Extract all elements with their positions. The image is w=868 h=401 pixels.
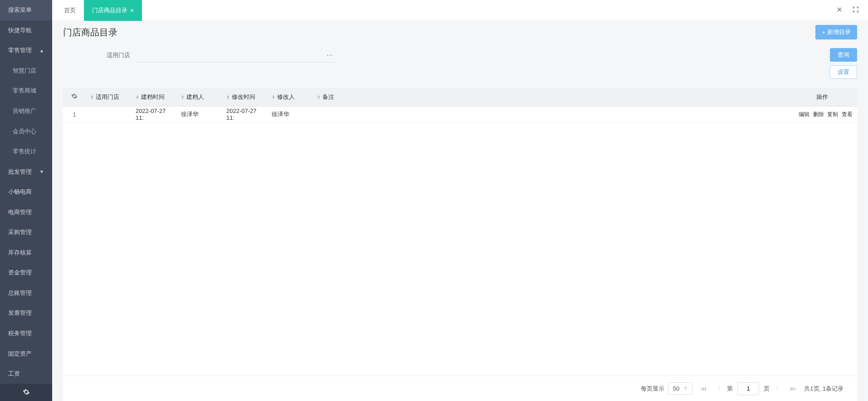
sidebar-item-ledger[interactable]: 总账管理 [0, 283, 52, 303]
page-suffix: 页 [764, 385, 770, 393]
view-link[interactable]: 查看 [842, 111, 853, 117]
row-number: 1 [63, 106, 86, 122]
sidebar-item-marketing[interactable]: 营销推广 [0, 101, 52, 122]
store-input[interactable] [136, 48, 335, 63]
column-remark[interactable]: ▲▼备注 [312, 88, 787, 106]
sidebar-label: 采购管理 [8, 228, 32, 236]
sort-icon: ▲▼ [317, 95, 321, 99]
page-input[interactable] [737, 382, 759, 395]
sidebar-item-retail-stats[interactable]: 零售统计 [0, 142, 52, 162]
sidebar-label: 零售管理 [8, 46, 32, 54]
sidebar-label: 发票管理 [8, 309, 32, 317]
edit-link[interactable]: 编辑 [799, 111, 809, 117]
close-icon [836, 6, 843, 15]
sidebar-label: 零售统计 [13, 147, 36, 156]
tab-home[interactable]: 首页 [56, 0, 84, 21]
sidebar-label: 搜索菜单 [8, 6, 32, 14]
sidebar-item-ecommerce[interactable]: 电商管理 [0, 202, 52, 222]
page-summary: 共1页, 1条记录 [804, 385, 844, 393]
tab-label: 首页 [64, 6, 76, 15]
sidebar-label: 固定资产 [8, 350, 32, 358]
filter-store-label: 适用门店 [63, 48, 136, 63]
sidebar-label: 小畅电商 [8, 188, 32, 196]
main-content: 首页 门店商品目录 × 门店商品目录 + 新增目录 [52, 0, 868, 401]
column-store[interactable]: ▲▼适用门店 [86, 88, 131, 106]
column-modify-time[interactable]: ▲▼修改时间 [222, 88, 267, 106]
sort-icon: ▲▼ [181, 95, 185, 99]
sidebar-label: 资金管理 [8, 269, 32, 277]
sidebar-label: 会员中心 [13, 127, 36, 136]
cell-store [86, 106, 131, 122]
prev-page-button[interactable]: 〈 [713, 384, 722, 394]
cell-creator: 徐泽华 [176, 106, 222, 122]
sidebar-item-member[interactable]: 会员中心 [0, 121, 52, 142]
close-icon[interactable]: × [130, 7, 134, 14]
sidebar-label: 快捷导航 [8, 26, 32, 34]
per-page-value: 50 [673, 385, 679, 392]
sort-icon: ▲▼ [136, 95, 139, 99]
sidebar-item-retail-mall[interactable]: 零售商城 [0, 81, 52, 101]
tab-bar: 首页 门店商品目录 × [52, 0, 868, 21]
sidebar-label: 零售商城 [13, 87, 36, 95]
per-page-select[interactable]: 50 ▽ [668, 382, 692, 395]
page-prefix: 第 [727, 385, 733, 393]
filter-actions: 查询 设置 [830, 48, 857, 79]
sidebar: 搜索菜单 快捷导航 零售管理▲ 智慧门店 零售商城 营销推广 会员中心 零售统计… [0, 0, 52, 401]
page-header: 门店商品目录 + 新增目录 [52, 21, 868, 44]
fullscreen-icon [852, 6, 859, 15]
filter-row: 适用门店 ⋯ 查询 设置 [52, 44, 868, 88]
page-nav: ⏮ 〈 第 页 〉 ⏭ [699, 382, 798, 395]
sidebar-item-funds[interactable]: 资金管理 [0, 263, 52, 283]
delete-link[interactable]: 删除 [813, 111, 824, 117]
sidebar-item-search[interactable]: 搜索菜单 [0, 0, 52, 20]
plus-icon: + [822, 29, 825, 36]
sort-icon: ▲▼ [90, 95, 94, 99]
sidebar-item-wholesale[interactable]: 批发管理▼ [0, 161, 52, 182]
chevron-down-icon: ▽ [684, 386, 688, 391]
tab-controls [834, 5, 864, 15]
next-page-button[interactable]: 〉 [774, 384, 784, 394]
cell-modifier: 徐泽华 [267, 106, 312, 122]
sidebar-item-salary[interactable]: 工资 [0, 364, 52, 384]
filter-input-wrap: ⋯ [136, 48, 335, 63]
copy-link[interactable]: 复制 [827, 111, 838, 117]
sidebar-label: 工资 [8, 370, 20, 378]
tab-label: 门店商品目录 [92, 6, 127, 15]
sidebar-item-asset[interactable]: 固定资产 [0, 343, 52, 364]
chevron-down-icon: ▼ [39, 169, 44, 174]
sidebar-label: 电商管理 [8, 208, 32, 216]
sidebar-label: 库存核算 [8, 249, 32, 257]
gear-icon [71, 94, 78, 101]
per-page-wrap: 每页显示 50 ▽ [641, 382, 692, 395]
column-creator[interactable]: ▲▼建档人 [176, 88, 222, 106]
sidebar-item-invoice[interactable]: 发票管理 [0, 303, 52, 323]
sidebar-item-retail[interactable]: 零售管理▲ [0, 40, 52, 61]
pagination: 每页显示 50 ▽ ⏮ 〈 第 页 〉 ⏭ 共1页, 1条记录 [63, 376, 857, 401]
last-page-button[interactable]: ⏭ [788, 384, 798, 393]
sidebar-item-tax[interactable]: 税务管理 [0, 323, 52, 344]
sidebar-settings-button[interactable] [0, 384, 52, 401]
column-create-time[interactable]: ▲▼建档时间 [131, 88, 176, 106]
fullscreen-button[interactable] [851, 5, 861, 15]
more-icon[interactable]: ⋯ [327, 52, 332, 59]
catalog-table: ▲▼适用门店 ▲▼建档时间 ▲▼建档人 ▲▼修改时间 ▲▼修改人 ▲▼备注 操作… [63, 88, 857, 123]
tab-store-catalog[interactable]: 门店商品目录 × [84, 0, 142, 21]
sidebar-label: 智慧门店 [13, 67, 36, 75]
sidebar-item-quicknav[interactable]: 快捷导航 [0, 20, 52, 41]
sidebar-item-smart-store[interactable]: 智慧门店 [0, 61, 52, 81]
first-page-button[interactable]: ⏮ [699, 384, 708, 393]
sidebar-item-purchase[interactable]: 采购管理 [0, 222, 52, 243]
sidebar-item-inventory[interactable]: 库存核算 [0, 243, 52, 263]
column-settings-header[interactable] [63, 88, 86, 106]
sidebar-label: 总账管理 [8, 289, 32, 297]
per-page-label: 每页显示 [641, 385, 664, 393]
add-button-label: 新增目录 [827, 28, 851, 36]
settings-button[interactable]: 设置 [830, 65, 857, 79]
cell-remark [312, 106, 787, 122]
close-all-button[interactable] [834, 5, 844, 15]
sidebar-item-xiaochang[interactable]: 小畅电商 [0, 182, 52, 202]
table-row[interactable]: 1 2022-07-27 11: 徐泽华 2022-07-27 11: 徐泽华 … [63, 106, 857, 122]
query-button[interactable]: 查询 [830, 48, 857, 62]
column-modifier[interactable]: ▲▼修改人 [267, 88, 312, 106]
add-catalog-button[interactable]: + 新增目录 [815, 25, 857, 39]
